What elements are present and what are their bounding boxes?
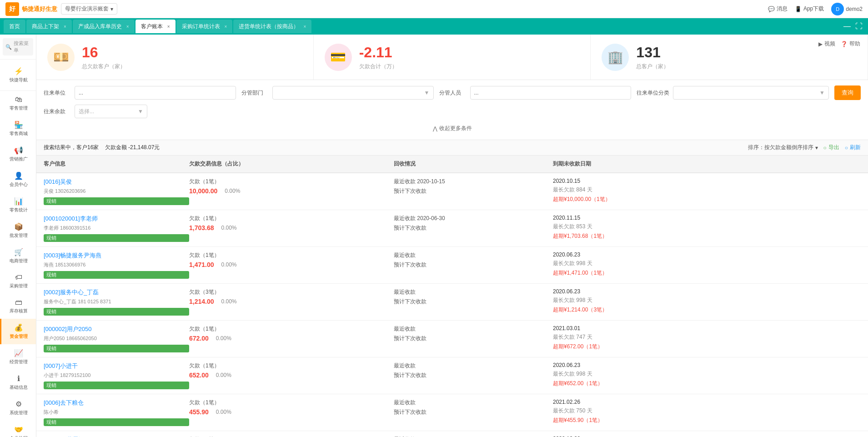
sidebar-item-retail-mall[interactable]: 🏪 零售商城 xyxy=(0,116,36,141)
filter-balance-select[interactable]: 选择... ▼ xyxy=(75,105,147,118)
recovery-info-2: 最近收款 预计下次收款 xyxy=(394,251,553,269)
debt-count-0: 欠款（1笔） xyxy=(189,178,394,186)
sidebar-item-quick-nav[interactable]: ⚡ 快捷导航 xyxy=(0,62,36,88)
overdue-amount-5[interactable]: 超期¥652.00（1笔） xyxy=(553,380,861,387)
tab-customer-ledger-label: 客户账本 xyxy=(141,23,163,30)
sidebar-search-box[interactable]: 🔍 搜索菜单 xyxy=(3,38,33,55)
table-row: [0002]服务中心_丁磊 服务中心_丁磊 181 0125 8371 现销 欠… xyxy=(36,284,868,321)
system-label: 系统管理 xyxy=(10,410,28,416)
app-icon: 📱 xyxy=(795,6,802,12)
results-actions: 排序：按欠款金额倒序排序 ▾ ○ 导出 ○ 刷新 xyxy=(748,144,861,151)
sidebar-item-retail-stats[interactable]: 📊 零售统计 xyxy=(0,192,36,218)
member-icon: 👤 xyxy=(14,171,23,180)
tab-stock-history[interactable]: 产成品入库单历史 × xyxy=(73,20,135,33)
operations-label: 经营管理 xyxy=(10,359,28,365)
tab-product-listing[interactable]: 商品上下架 × xyxy=(26,20,72,33)
purchase-label: 采购管理 xyxy=(10,283,28,289)
tab-customer-ledger[interactable]: 客户账本 × xyxy=(135,20,176,33)
nav-expand-icon[interactable]: ⛶ xyxy=(853,22,864,30)
tab-customer-ledger-close[interactable]: × xyxy=(167,24,170,29)
filter-manager-input[interactable]: ... xyxy=(470,86,632,100)
last-collect-2: 最近收款 xyxy=(394,251,553,259)
customer-name-1[interactable]: [0001020001]李老师 xyxy=(44,215,189,223)
sidebar-item-marketing[interactable]: 📢 营销推广 xyxy=(0,141,36,167)
customer-name-5[interactable]: [0007]小进干 xyxy=(44,362,189,370)
sidebar-item-retail-mgmt[interactable]: 🛍 零售管理 xyxy=(0,91,36,116)
sort-selector[interactable]: 排序：按欠款金额倒序排序 ▾ xyxy=(748,144,818,151)
table-header: 客户信息 欠款交易信息（占比） 回收情况 到期未收款日期 xyxy=(36,156,868,173)
sidebar-item-ecommerce[interactable]: 🛒 电商管理 xyxy=(0,243,36,269)
debt-amount-3[interactable]: 1,214.00 xyxy=(189,298,214,305)
sidebar-item-basic-info[interactable]: ℹ 基础信息 xyxy=(0,370,36,395)
company-name: 母婴行业演示账套 xyxy=(65,5,109,13)
debt-percent-4: 0.00% xyxy=(216,335,231,342)
sidebar-item-enterprise-collab[interactable]: 🤝 企业协同 xyxy=(0,421,36,437)
overdue-date-1: 2020.11.15 xyxy=(553,215,861,221)
tab-inbound-stats[interactable]: 进货单统计表（按商品） × xyxy=(233,20,311,33)
sidebar: 🔍 搜索菜单 ⚡ 快捷导航 🛍 零售管理 🏪 零售商城 📢 营销推广 xyxy=(0,35,36,437)
filter-source-unit-input[interactable]: ... xyxy=(75,86,236,100)
message-btn[interactable]: 💬 消息 xyxy=(768,5,788,13)
debt-amount-2[interactable]: 1,471.00 xyxy=(189,261,214,268)
sidebar-item-finance[interactable]: 💰 资金管理 xyxy=(0,319,36,344)
filter-dept-select[interactable]: ▼ xyxy=(272,86,434,100)
collapse-button[interactable]: ⋀ 收起更多条件 xyxy=(44,123,861,134)
sidebar-item-wholesale-mgmt[interactable]: 📦 批发管理 xyxy=(0,218,36,243)
search-button[interactable]: 查询 xyxy=(834,85,861,100)
app-download-btn[interactable]: 📱 App下载 xyxy=(795,5,824,13)
tab-home[interactable]: 首页 xyxy=(4,20,25,33)
help-icon: ❓ xyxy=(841,41,848,47)
export-button[interactable]: ○ 导出 xyxy=(823,144,839,151)
col-header-customer: 客户信息 xyxy=(44,160,189,168)
stat-info-amount: -2.11 欠款合计（万） xyxy=(359,44,397,70)
company-selector[interactable]: 母婴行业演示账套 ▾ xyxy=(61,3,117,15)
overdue-amount-6[interactable]: 超期¥455.90（1笔） xyxy=(553,417,861,424)
member-label: 会员中心 xyxy=(10,181,28,188)
sidebar-item-member[interactable]: 👤 会员中心 xyxy=(0,167,36,192)
filter-area: 往来单位 ... 分管部门 ▼ 分管人员 ... xyxy=(36,80,868,140)
debt-amount-0[interactable]: 10,000.00 xyxy=(189,187,217,195)
help-btn[interactable]: ❓ 帮助 xyxy=(841,40,860,48)
filter-unit-type-select[interactable]: ▼ xyxy=(673,86,829,100)
tab-purchase-stats[interactable]: 采购订单统计表 × xyxy=(176,20,233,33)
retail-stats-label: 零售统计 xyxy=(10,207,28,213)
sidebar-item-system[interactable]: ⚙ 系统管理 xyxy=(0,395,36,421)
debt-amount-4[interactable]: 672.00 xyxy=(189,335,209,342)
debt-amount-5[interactable]: 652.00 xyxy=(189,372,209,379)
overdue-amount-4[interactable]: 超期¥672.00（1笔） xyxy=(553,343,861,351)
last-collect-1: 最近收款 2020-06-30 xyxy=(394,215,553,222)
debt-amount-1[interactable]: 1,703.68 xyxy=(189,224,214,231)
customer-name-4[interactable]: [000002]用户2050 xyxy=(44,325,189,333)
customer-name-0[interactable]: [0016]吴俊 xyxy=(44,178,189,186)
sidebar-quick-nav[interactable]: ⚡ 快捷导航 xyxy=(0,60,36,91)
tab-inbound-stats-close[interactable]: × xyxy=(303,24,306,29)
overdue-amount-1[interactable]: 超期¥1,703.68（1笔） xyxy=(553,232,861,240)
recovery-info-6: 最近收款 预计下次收款 xyxy=(394,399,553,416)
recovery-info-5: 最近收款 预计下次收款 xyxy=(394,362,553,379)
nav-minimize-icon[interactable]: — xyxy=(842,22,853,30)
refresh-button[interactable]: ○ 刷新 xyxy=(845,144,861,151)
user-profile[interactable]: D demo2 xyxy=(831,3,863,15)
sidebar-item-inventory[interactable]: 🗃 库存核算 xyxy=(0,294,36,319)
video-btn[interactable]: ▶ 视频 xyxy=(818,40,835,48)
tab-purchase-stats-close[interactable]: × xyxy=(225,24,227,29)
customer-name-2[interactable]: [0003]畅捷服务尹海燕 xyxy=(44,251,189,260)
marketing-label: 营销推广 xyxy=(10,156,28,162)
debt-amount-6[interactable]: 455.90 xyxy=(189,408,209,416)
customer-name-6[interactable]: [0006]去下粮仓 xyxy=(44,399,189,407)
overdue-amount-3[interactable]: 超期¥1,214.00（3笔） xyxy=(553,306,861,314)
customer-name-3[interactable]: [0002]服务中心_丁磊 xyxy=(44,288,189,296)
stat-icon-total: 🏢 xyxy=(602,44,629,71)
tab-product-listing-close[interactable]: × xyxy=(64,24,66,29)
stat-card-debt-customers: 💴 16 总欠款客户（家） xyxy=(36,35,314,80)
sidebar-item-operations[interactable]: 📈 经营管理 xyxy=(0,344,36,370)
customer-info-0: [0016]吴俊 吴俊 13026203696 现销 xyxy=(44,178,189,205)
avatar: D xyxy=(831,3,844,15)
customer-info-2: [0003]畅捷服务尹海燕 海燕 18513066976 现销 xyxy=(44,251,189,279)
tab-stock-history-close[interactable]: × xyxy=(126,24,129,29)
debt-percent-2: 0.00% xyxy=(221,261,237,268)
sidebar-item-purchase[interactable]: 🏷 采购管理 xyxy=(0,269,36,294)
overdue-amount-2[interactable]: 超期¥1,471.00（1笔） xyxy=(553,269,861,277)
overdue-amount-0[interactable]: 超期¥10,000.00（1笔） xyxy=(553,196,861,203)
recovery-info-3: 最近收款 预计下次收款 xyxy=(394,288,553,306)
